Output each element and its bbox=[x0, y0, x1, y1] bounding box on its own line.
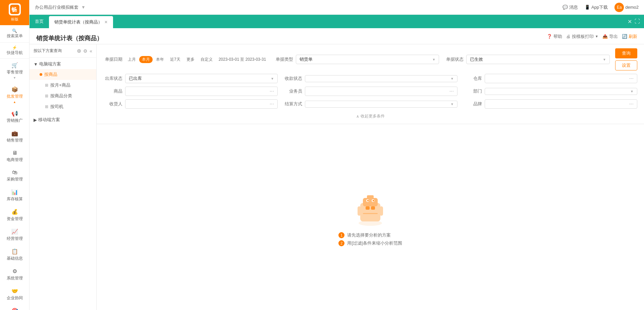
scheme-settings-icon[interactable]: ⚙ bbox=[83, 48, 88, 54]
svg-rect-8 bbox=[363, 213, 378, 214]
page-header-actions: ❓ 帮助 🖨 按模板打印 ▼ 📤 导出 🔄 刷新 bbox=[547, 34, 637, 43]
svg-rect-10 bbox=[380, 206, 383, 216]
receipt-status-select[interactable]: ▼ bbox=[305, 75, 458, 82]
scheme-item-by-product[interactable]: 按商品 bbox=[30, 69, 96, 80]
svg-rect-5 bbox=[367, 195, 374, 199]
user-action[interactable]: Ea demo2 bbox=[614, 3, 639, 12]
warehouse-dots-icon: ··· bbox=[629, 75, 634, 82]
warehouse-label: 仓库 bbox=[463, 75, 485, 82]
brand-input[interactable]: ··· bbox=[485, 99, 637, 109]
tip-2-text: 用[过滤]条件来缩小分析范围 bbox=[347, 240, 402, 246]
mobile-scheme-group: ▶ 移动端方案 bbox=[30, 113, 96, 126]
date-tab-custom[interactable]: 自定义 bbox=[198, 56, 215, 63]
scheme-item-by-month-product[interactable]: ⊞ 按月+商品 bbox=[30, 80, 96, 91]
settings-button[interactable]: 设置 bbox=[615, 60, 637, 70]
sidebar-item-guide[interactable]: 🎯 新手引导 bbox=[0, 304, 29, 310]
operation-label: 经营管理 bbox=[7, 236, 23, 242]
sidebar-item-inventory[interactable]: 📊 库存核算 bbox=[0, 186, 29, 205]
top-header-left: 办公用品行业模拟账套 ▼ bbox=[35, 4, 86, 10]
help-label: 帮助 bbox=[553, 34, 562, 40]
ecommerce-label: 电商管理 bbox=[7, 157, 23, 163]
quick-nav[interactable]: ⚡ 快捷导航 bbox=[0, 43, 29, 59]
app-logo[interactable]: 畅 标版 bbox=[0, 0, 29, 25]
basic-label: 基础信息 bbox=[7, 256, 23, 261]
mobile-scheme-group-title[interactable]: ▶ 移动端方案 bbox=[30, 115, 96, 125]
doc-type-select[interactable]: 销货单 ▼ bbox=[296, 55, 439, 64]
enterprise-icon: 🤝 bbox=[11, 288, 18, 294]
inner-content: 按以下方案查询 ⊕ ⚙ « ▼ 电脑端方案 按商品 bbox=[30, 44, 644, 310]
app-download-action[interactable]: 📱 App下载 bbox=[585, 4, 608, 10]
receiver-input[interactable]: ··· bbox=[125, 99, 278, 109]
tab-expand-icon[interactable]: ⛶ bbox=[635, 18, 640, 24]
svg-point-13 bbox=[367, 200, 369, 201]
refresh-label: 刷新 bbox=[629, 34, 637, 40]
messages-action[interactable]: 💬 消息 bbox=[562, 4, 578, 10]
svg-rect-4 bbox=[363, 198, 378, 206]
search-menu[interactable]: 🔍 搜索菜单 bbox=[0, 25, 29, 43]
by-category-label: 按商品分类 bbox=[50, 93, 72, 99]
salesman-filter: 业务员 ··· bbox=[283, 87, 458, 96]
sidebar-item-operation[interactable]: 📈 经营管理 bbox=[0, 225, 29, 245]
date-control: 上月 本月 本年 近7天 更多 自定义 2023-03-01 至 2023-03… bbox=[125, 56, 269, 63]
tab-home[interactable]: 首页 bbox=[30, 15, 49, 28]
warehouse-input[interactable]: ··· bbox=[485, 74, 637, 83]
empty-illustration bbox=[350, 188, 390, 228]
message-icon: 💬 bbox=[562, 5, 568, 10]
salesman-input[interactable]: ··· bbox=[305, 87, 458, 96]
date-tab-more[interactable]: 更多 bbox=[184, 56, 197, 63]
dept-select[interactable]: ▼ bbox=[485, 88, 637, 95]
app-download-label: App下载 bbox=[591, 4, 608, 10]
dropdown-arrow-icon[interactable]: ▼ bbox=[81, 5, 86, 10]
sidebar-item-marketing[interactable]: 📢 营销推广 bbox=[0, 107, 29, 127]
refresh-button[interactable]: 🔄 刷新 bbox=[622, 34, 637, 40]
collapse-bar[interactable]: ∧ 收起更多条件 bbox=[103, 111, 637, 120]
scheme-collapse-icon[interactable]: « bbox=[90, 48, 92, 54]
retail-icon: 🛒 bbox=[11, 62, 18, 68]
sidebar-item-ecommerce[interactable]: 🖥 电商管理 bbox=[0, 147, 29, 166]
receiver-control: ··· bbox=[125, 99, 278, 109]
sidebar-item-sales[interactable]: 💼 销售管理 bbox=[0, 127, 29, 147]
pc-scheme-group-title[interactable]: ▼ 电脑端方案 bbox=[30, 59, 96, 69]
settlement-arrow-icon: ▼ bbox=[450, 102, 454, 106]
out-status-select[interactable]: 已出库 ▼ bbox=[125, 74, 278, 83]
doc-status-select[interactable]: 已生效 ▼ bbox=[466, 55, 610, 64]
date-tab-last-7-days[interactable]: 近7天 bbox=[167, 56, 183, 63]
filter-area: 单据日期 上月 本月 本年 近7天 更多 自定义 20 bbox=[97, 44, 644, 124]
date-tab-this-year[interactable]: 本年 bbox=[153, 56, 167, 63]
add-scheme-button[interactable]: ⊕ bbox=[77, 48, 81, 54]
sidebar-item-purchase[interactable]: 🛍 采购管理 bbox=[0, 166, 29, 186]
wholesale-label: 批发管理 bbox=[7, 94, 23, 99]
sidebar-item-enterprise[interactable]: 🤝 企业协同 bbox=[0, 285, 29, 304]
home-tab-label: 首页 bbox=[35, 18, 44, 24]
brand-label: 品牌 bbox=[463, 101, 485, 107]
tab-sales-stats[interactable]: 销货单统计表（按商品） ✕ bbox=[49, 16, 113, 28]
settlement-select[interactable]: ▼ bbox=[305, 101, 458, 108]
product-input[interactable]: ··· bbox=[125, 87, 278, 96]
sidebar-item-retail[interactable]: 🛒 零售管理 ▼ bbox=[0, 59, 29, 83]
print-button[interactable]: 🖨 按模板打印 ▼ bbox=[566, 34, 598, 40]
sidebar-item-wholesale[interactable]: 📦 批发管理 ▲ bbox=[0, 83, 29, 107]
tab-close-all-icon[interactable]: ✕ bbox=[628, 18, 632, 25]
export-button[interactable]: 📤 导出 bbox=[602, 34, 618, 40]
svg-rect-9 bbox=[358, 206, 361, 216]
tab-close-icon[interactable]: ✕ bbox=[104, 20, 108, 24]
date-tab-last-month[interactable]: 上月 bbox=[125, 56, 139, 63]
scheme-item-by-driver[interactable]: ⊞ 按司机 bbox=[30, 101, 96, 112]
purchase-icon: 🛍 bbox=[12, 169, 17, 175]
brand-control: ··· bbox=[485, 99, 637, 109]
help-button[interactable]: ❓ 帮助 bbox=[547, 34, 562, 40]
sidebar-item-finance[interactable]: 💰 资金管理 bbox=[0, 205, 29, 225]
date-tab-this-month[interactable]: 本月 bbox=[139, 56, 153, 63]
sidebar-item-basic[interactable]: 📋 基础信息 bbox=[0, 245, 29, 265]
page-title: 销货单统计表（按商品） bbox=[36, 34, 103, 42]
doc-status-filter: 单据状态 已生效 ▼ bbox=[444, 55, 610, 64]
tab-bar-actions: ✕ ⛶ bbox=[628, 18, 644, 25]
query-button[interactable]: 查询 bbox=[615, 48, 637, 58]
salesman-control: ··· bbox=[305, 87, 458, 96]
inventory-icon: 📊 bbox=[11, 189, 18, 195]
empty-state: 1 请先选择要分析的方案 2 用[过滤]条件来缩小分析范围 bbox=[97, 124, 644, 310]
sidebar-item-system[interactable]: ⚙ 系统管理 bbox=[0, 265, 29, 285]
retail-arrow: ▼ bbox=[13, 76, 16, 80]
search-label: 搜索菜单 bbox=[2, 33, 27, 39]
scheme-item-by-category[interactable]: ⊞ 按商品分类 bbox=[30, 91, 96, 101]
